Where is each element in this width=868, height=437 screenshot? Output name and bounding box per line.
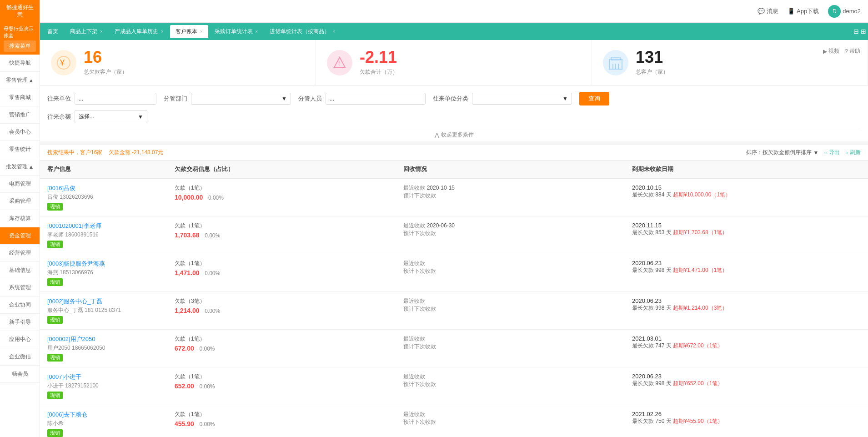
refresh-btn[interactable]: ○ 刷新 xyxy=(845,149,861,156)
tab-incoming-stats[interactable]: 进货单统计表（按商品） × xyxy=(264,25,341,38)
sidebar-item-operations[interactable]: 经营管理 xyxy=(0,245,40,262)
customer-name-link[interactable]: [0001020001]李老师 xyxy=(47,222,175,230)
tab-production-history[interactable]: 产成品入库单历史 × xyxy=(109,25,169,38)
table-row: [0016]吕俊 吕俊 13026203696 现销 欠款（1笔） 10,000… xyxy=(40,179,868,216)
collapse-filter-btn[interactable]: ⋀ 收起更多条件 xyxy=(47,128,861,141)
sidebar-item-system[interactable]: 系统管理 xyxy=(0,279,40,296)
tab-home[interactable]: 首页 xyxy=(42,25,64,38)
sidebar-item-batch-mgmt[interactable]: 批发管理 ▲ xyxy=(0,158,40,176)
download-icon: 📱 xyxy=(788,8,795,15)
customer-phone: 李老师 18600391516 xyxy=(47,231,175,239)
sidebar-item-app-center[interactable]: 应用中心 xyxy=(0,331,40,348)
close-icon[interactable]: × xyxy=(161,29,164,34)
dept-select[interactable]: ▼ xyxy=(191,93,291,105)
tabs-minimize-icon[interactable]: ⊟ xyxy=(853,28,859,35)
customer-name-link[interactable]: [0007]小进干 xyxy=(47,373,175,381)
arrow-down-icon: ▲ xyxy=(29,77,34,84)
overdue-link[interactable]: 超期¥10,000.00（1笔） xyxy=(673,191,731,198)
debt-count: 欠款（1笔） xyxy=(175,222,403,230)
query-button[interactable]: 查询 xyxy=(579,92,609,105)
sort-selector[interactable]: 排序：按欠款金额倒序排序 ▼ xyxy=(746,149,819,156)
debt-info-cell: 欠款（1笔） 672.00 0.00% xyxy=(175,335,403,352)
sidebar-item-member[interactable]: 会员中心 xyxy=(0,124,40,141)
customer-info-cell: [000002]用户2050 用户2050 18665062050 现销 xyxy=(47,335,175,362)
app-download-btn[interactable]: 📱 App下载 xyxy=(788,7,819,15)
overdue-link[interactable]: 超期¥1,214.00（3笔） xyxy=(673,305,728,311)
sidebar-item-retail-store[interactable]: 零售商城 xyxy=(0,89,40,106)
customer-name-link[interactable]: [0003]畅捷服务尹海燕 xyxy=(47,260,175,268)
message-label: 消息 xyxy=(767,7,778,15)
top-bar: 💬 消息 📱 App下载 D demo2 xyxy=(40,0,868,23)
balance-select[interactable]: 选择... ▼ xyxy=(75,110,147,123)
close-icon[interactable]: × xyxy=(256,29,258,34)
last-collection: 最近收款 2020-10-15 xyxy=(403,184,632,192)
filter-customer-unit: 往来单位 ... xyxy=(47,93,156,105)
sidebar-item-retail-mgmt[interactable]: 零售管理 ▲ xyxy=(0,72,40,89)
due-date: 2020.06.23 xyxy=(632,260,861,266)
sidebar-item-marketing[interactable]: 营销推广 xyxy=(0,106,40,124)
tab-products-offline[interactable]: 商品上下架 × xyxy=(65,25,108,38)
building-icon xyxy=(603,50,628,75)
sidebar-item-enterprise-wechat[interactable]: 企业微信 xyxy=(0,348,40,366)
customer-unit-input[interactable]: ... xyxy=(75,93,156,105)
overdue-info: 最长欠款 750 天 超期¥455.90（1笔） xyxy=(632,417,861,425)
overdue-info: 最长欠款 998 天 超期¥1,471.00（1笔） xyxy=(632,266,861,274)
filter-balance: 往来余额 选择... ▼ xyxy=(47,110,147,123)
result-bar: 搜索结果中，客户16家 欠款金额 -21,148.07元 排序：按欠款金额倒序排… xyxy=(40,145,868,161)
video-btn[interactable]: ▶ 视频 xyxy=(823,47,839,55)
help-icon: ? xyxy=(845,48,848,55)
overdue-link[interactable]: 超期¥455.90（1笔） xyxy=(673,418,723,424)
table-row: [0006]去下粮仓 陈小希 现销 欠款（1笔） 455.90 0.00% 最近… xyxy=(40,405,868,437)
search-menu-button[interactable]: 搜索菜单 xyxy=(4,40,36,52)
filter-unit-category: 往来单位分类 ▼ xyxy=(433,93,572,105)
close-icon[interactable]: × xyxy=(332,29,335,34)
sidebar-item-inventory[interactable]: 库存核算 xyxy=(0,210,40,227)
customer-name-link[interactable]: [0006]去下粮仓 xyxy=(47,411,175,419)
sidebar-item-finance[interactable]: 资金管理 xyxy=(0,227,40,245)
refresh-icon: ○ xyxy=(845,150,848,156)
tab-label: 商品上下架 xyxy=(70,28,97,35)
overdue-link[interactable]: 超期¥1,471.00（1笔） xyxy=(673,267,728,273)
person-input[interactable]: ... xyxy=(326,93,426,105)
debt-count: 欠款（1笔） xyxy=(175,260,403,267)
customer-name-link[interactable]: [0016]吕俊 xyxy=(47,184,175,192)
last-collection: 最近收款 xyxy=(403,335,632,343)
customer-name-link[interactable]: [0002]服务中心_丁磊 xyxy=(47,297,175,306)
sidebar-item-enterprise-collab[interactable]: 企业协同 xyxy=(0,296,40,314)
overdue-link[interactable]: 超期¥1,703.68（1笔） xyxy=(673,229,728,236)
message-btn[interactable]: 💬 消息 xyxy=(758,7,778,15)
sidebar-item-member-vip[interactable]: 畅会员 xyxy=(0,366,40,383)
tab-customer-account[interactable]: 客户账本 × xyxy=(170,25,208,38)
person-label: 分管人员 xyxy=(298,95,322,103)
sidebar-item-ecommerce[interactable]: 电商管理 xyxy=(0,176,40,193)
export-btn[interactable]: ○ 导出 xyxy=(824,149,840,156)
customer-unit-label: 往来单位 xyxy=(47,95,71,103)
debt-percent: 0.00% xyxy=(199,421,215,427)
sort-label: 排序：按欠款金额倒序排序 xyxy=(746,149,812,156)
customer-name-link[interactable]: [000002]用户2050 xyxy=(47,335,175,343)
user-profile-btn[interactable]: D demo2 xyxy=(828,5,861,18)
close-icon[interactable]: × xyxy=(200,29,203,34)
sidebar-item-basic-info[interactable]: 基础信息 xyxy=(0,262,40,279)
sidebar-item-new-guide[interactable]: 新手引导 xyxy=(0,314,40,331)
overdue-link[interactable]: 超期¥652.00（1笔） xyxy=(673,380,723,387)
balance-label: 往来余额 xyxy=(47,113,71,121)
tabs-expand-icon[interactable]: ⊞ xyxy=(861,28,866,35)
unit-category-select[interactable]: ▼ xyxy=(472,93,572,105)
debt-percent: 0.00% xyxy=(199,383,215,390)
due-date: 2021.02.26 xyxy=(632,411,861,417)
debt-count: 欠款（1笔） xyxy=(175,335,403,343)
next-collection-label: 预计下次收款 xyxy=(403,192,436,199)
debt-amount: 1,703.68 xyxy=(175,231,200,239)
sidebar-item-retail-stats[interactable]: 零售统计 xyxy=(0,141,40,158)
overdue-link[interactable]: 超期¥672.00（1笔） xyxy=(673,342,723,349)
tab-purchase-stats[interactable]: 采购订单统计表 × xyxy=(209,25,264,38)
tab-label: 产成品入库单历史 xyxy=(115,28,158,35)
chevron-down-icon: ▼ xyxy=(562,95,568,102)
due-date: 2020.06.23 xyxy=(632,373,861,380)
help-btn[interactable]: ? 帮助 xyxy=(845,47,860,55)
close-icon[interactable]: × xyxy=(100,29,103,34)
sidebar-item-quick-nav[interactable]: 快捷导航 xyxy=(0,55,40,72)
next-collection: 预计下次收款 xyxy=(403,230,632,237)
sidebar-item-purchase[interactable]: 采购管理 xyxy=(0,193,40,210)
